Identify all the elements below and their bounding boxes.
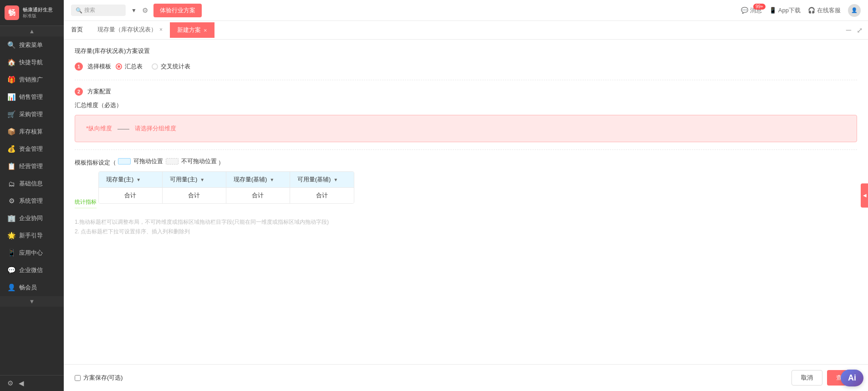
step1-title: 选择模板	[87, 62, 111, 71]
sidebar-item-label: 库存核算	[19, 128, 43, 136]
wechat-icon: 💬	[7, 266, 15, 274]
save-checkbox-input[interactable]	[75, 375, 81, 381]
col4-chevron[interactable]: ▼	[333, 177, 338, 182]
dimension-placeholder[interactable]: 请选择分组维度	[135, 124, 176, 133]
tab-home[interactable]: 首页	[64, 21, 90, 39]
new-guide-icon: 🌟	[7, 232, 15, 240]
right-panel-toggle[interactable]: ◀	[861, 184, 868, 208]
home-tab-label: 首页	[71, 26, 83, 34]
new-tab-label: 新建方案	[177, 26, 201, 34]
tip1: 1.拖动标题栏可以调整布局，不可跨维度或指标区域拖动栏目字段(只能在同一维度或指…	[75, 218, 857, 226]
sidebar-item-basic-info[interactable]: 🗂 基础信息	[0, 175, 64, 192]
expand-tab-button[interactable]: ⤢	[855, 24, 864, 36]
phone-icon: 📱	[769, 7, 776, 14]
system-icon: ⚙	[7, 197, 15, 205]
sidebar-item-wechat[interactable]: 💬 企业微信	[0, 262, 64, 279]
sidebar-item-label: 快捷导航	[19, 58, 43, 67]
save-checkbox[interactable]: 方案保存(可选)	[75, 374, 123, 382]
ai-badge[interactable]: Ai	[841, 370, 863, 386]
step2-title: 方案配置	[87, 87, 111, 96]
tabs-actions: ─ ⤢	[844, 24, 868, 36]
sidebar-item-label: 企业微信	[19, 266, 43, 274]
radio-summary[interactable]: 汇总表	[116, 62, 143, 71]
col1-header[interactable]: 现存量(主) ▼	[99, 172, 163, 187]
tab-inventory[interactable]: 现存量（库存状况表） ×	[90, 21, 170, 39]
sidebar-item-label: 搜索菜单	[19, 41, 43, 49]
dimension-dash: ——	[117, 125, 129, 132]
message-badge: 99+	[753, 4, 766, 10]
topbar-search[interactable]: 🔍 搜索	[71, 5, 126, 16]
summary-dimension-label: 汇总维度（必选）	[75, 101, 857, 109]
dimension-row: *纵向维度 —— 请选择分组维度	[86, 124, 846, 133]
stats-section-label: 统计指标	[75, 198, 97, 208]
sidebar-item-marketing[interactable]: 🎁 营销推广	[0, 71, 64, 88]
step1-badge: 1	[75, 62, 83, 71]
sidebar-logo: 畅 畅康通好生意 标准版	[0, 0, 64, 26]
sidebar-item-sales[interactable]: 📊 销售管理	[0, 88, 64, 106]
sidebar-item-enterprise[interactable]: 🏢 企业协同	[0, 210, 64, 227]
row1-col3: 合计	[226, 188, 290, 203]
sidebar-item-quick-nav[interactable]: 🏠 快捷导航	[0, 54, 64, 71]
content-footer: 方案保存(可选) 取消 查询	[64, 364, 868, 391]
cancel-button[interactable]: 取消	[791, 370, 822, 386]
sidebar-item-label: 营销推广	[19, 76, 43, 84]
purchase-icon: 🛒	[7, 110, 15, 118]
row1-col1: 合计	[99, 188, 163, 203]
finance-icon: 💰	[7, 145, 15, 153]
user-avatar[interactable]: 👤	[848, 4, 861, 17]
settings-icon[interactable]: ⚙	[7, 379, 13, 387]
sidebar: 畅 畅康通好生意 标准版 ▲ 🔍 搜索菜单 🏠 快捷导航 🎁 营销推广 📊 销售…	[0, 0, 64, 391]
inventory-tab-close[interactable]: ×	[159, 26, 163, 33]
trial-button[interactable]: 体验行业方案	[153, 4, 202, 17]
new-tab-close[interactable]: ×	[204, 27, 207, 34]
radio-cross[interactable]: 交叉统计表	[152, 62, 190, 71]
app-center-icon: 📱	[7, 249, 15, 257]
sidebar-item-system[interactable]: ⚙ 系统管理	[0, 192, 64, 210]
operations-icon: 📋	[7, 162, 15, 170]
col2-chevron[interactable]: ▼	[200, 177, 204, 182]
search-icon: 🔍	[76, 7, 82, 14]
sidebar-item-inventory[interactable]: 📦 库存核算	[0, 123, 64, 140]
col3-header[interactable]: 现存量(基辅) ▼	[226, 172, 290, 187]
col4-header[interactable]: 可用量(基辅) ▼	[290, 172, 354, 187]
sidebar-item-new-guide[interactable]: 🌟 新手引导	[0, 227, 64, 244]
topbar-gear-icon[interactable]: ⚙	[142, 6, 148, 15]
metrics-table: 现存量(主) ▼ 可用量(主) ▼ 现存量(基辅) ▼ 可用量(基辅)	[98, 171, 354, 204]
col2-header[interactable]: 可用量(主) ▼	[163, 172, 226, 187]
message-button[interactable]: 💬 消息 99+	[741, 6, 762, 15]
sidebar-item-search-menu[interactable]: 🔍 搜索菜单	[0, 36, 64, 54]
service-label: 在线客服	[817, 6, 841, 15]
app-download-button[interactable]: 📱 App下载	[769, 6, 801, 15]
sidebar-item-label: 新手引导	[19, 232, 43, 240]
dimension-box: *纵向维度 —— 请选择分组维度	[75, 115, 857, 142]
col3-chevron[interactable]: ▼	[270, 177, 274, 182]
col1-label: 现存量(主)	[106, 175, 134, 184]
service-button[interactable]: 🎧 在线客服	[808, 6, 841, 15]
row1-col4: 合计	[290, 188, 354, 203]
col2-label: 可用量(主)	[170, 175, 198, 184]
sidebar-item-label: 应用中心	[19, 249, 43, 257]
sidebar-item-member[interactable]: 👤 畅会员	[0, 279, 64, 296]
sidebar-item-label: 系统管理	[19, 197, 43, 205]
content-area: 现存量(库存状况表)方案设置 1 选择模板 汇总表 交叉统计表	[64, 40, 868, 364]
radio-cross-label: 交叉统计表	[161, 62, 190, 71]
col1-chevron[interactable]: ▼	[136, 177, 141, 182]
minimize-tab-button[interactable]: ─	[844, 24, 853, 36]
sidebar-item-app-center[interactable]: 📱 应用中心	[0, 244, 64, 262]
page-title: 现存量(库存状况表)方案设置	[75, 47, 857, 55]
collapse-sidebar-icon[interactable]: ◀	[19, 379, 24, 387]
sidebar-item-purchase[interactable]: 🛒 采购管理	[0, 106, 64, 123]
member-icon: 👤	[7, 283, 15, 292]
inventory-tab-label: 现存量（库存状况表）	[97, 26, 157, 34]
sidebar-item-operations[interactable]: 📋 经营管理	[0, 158, 64, 175]
sidebar-scroll-down[interactable]: ▼	[0, 296, 64, 307]
sidebar-item-label: 销售管理	[19, 93, 43, 101]
sidebar-scroll-up[interactable]: ▲	[0, 26, 64, 36]
topbar-dropdown-icon[interactable]: ▼	[131, 7, 137, 14]
sidebar-item-label: 企业协同	[19, 214, 43, 222]
search-placeholder: 搜索	[84, 6, 95, 14]
sidebar-item-finance[interactable]: 💰 资金管理	[0, 140, 64, 158]
stats-section: 统计指标 现存量(主) ▼ 可用量(主) ▼ 现存量(基辅)	[75, 171, 857, 211]
dimension-required-label: *纵向维度	[86, 124, 112, 133]
tab-new-plan[interactable]: 新建方案 ×	[170, 22, 214, 38]
